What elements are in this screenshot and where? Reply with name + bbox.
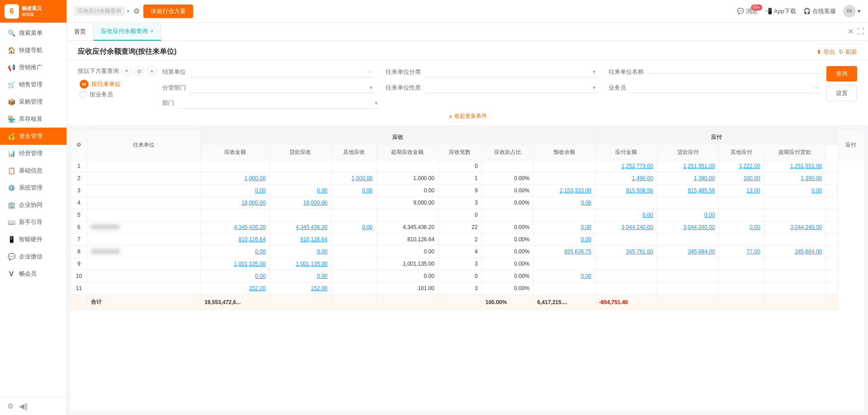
cell-recv-amt[interactable] (201, 160, 269, 172)
cell-other-recv[interactable] (331, 282, 377, 295)
cell-loan-recv[interactable]: 0.00 (269, 270, 331, 282)
dept-input[interactable]: ▾ (189, 82, 375, 93)
cell-prepaid[interactable] (533, 209, 595, 221)
settings-footer-icon[interactable]: ⚙ (7, 402, 14, 410)
refresh-button[interactable]: ↻ 刷新 (839, 48, 857, 56)
cell-overdue-pay[interactable] (764, 234, 826, 246)
cell-pay-amt[interactable] (595, 197, 657, 209)
cell-pay-amt[interactable]: 0.00 (595, 209, 657, 221)
mode-by-partner[interactable]: W 按往来单位 (80, 80, 157, 89)
cell-loan-recv[interactable]: 810,126.64 (269, 234, 331, 246)
collapse-sidebar-icon[interactable]: ◀‖ (19, 402, 28, 410)
cell-loan-recv[interactable] (269, 160, 331, 172)
sidebar-item-finance[interactable]: 💰 资金管理 (0, 128, 66, 145)
cell-recv-amt[interactable]: 0.00 (201, 185, 269, 197)
cell-pay-amt[interactable] (595, 270, 657, 282)
th-settings[interactable]: ⚙ (71, 130, 87, 160)
cell-pay-amt[interactable]: 1,490.00 (595, 172, 657, 185)
cell-other-recv[interactable] (331, 246, 377, 258)
cell-prepaid[interactable]: 0.00 (533, 234, 595, 246)
cell-overdue-pay[interactable]: 1,251,551.00 (764, 160, 826, 172)
cell-loan-pay[interactable]: 345,684.00 (657, 246, 719, 258)
sidebar-item-basic[interactable]: 📋 基础信息 (0, 162, 66, 179)
cell-other-recv[interactable]: 0.00 (331, 221, 377, 234)
cell-recv-amt[interactable]: 1,000.00 (201, 172, 269, 185)
cell-loan-recv[interactable]: 1,001,135.00 (269, 258, 331, 270)
sidebar-item-sales[interactable]: 🛒 销售管理 (0, 76, 66, 93)
cell-overdue-pay[interactable]: 345,684.00 (764, 246, 826, 258)
cell-loan-pay[interactable]: 1,390.00 (657, 172, 719, 185)
sidebar-item-inventory[interactable]: 🏪 库存核算 (0, 110, 66, 128)
cell-prepaid[interactable] (533, 282, 595, 295)
cell-other-recv[interactable] (331, 258, 377, 270)
cell-loan-recv[interactable]: 0.00 (269, 246, 331, 258)
filter-collapse-button[interactable]: « (147, 66, 157, 76)
filter-scheme-button[interactable]: ◎ (134, 66, 144, 76)
cell-overdue-pay[interactable]: 1,390.00 (764, 172, 826, 185)
cell-pay-amt[interactable] (595, 258, 657, 270)
online-service[interactable]: 🎧 在线客服 (803, 7, 836, 15)
partner-name-input[interactable] (647, 70, 821, 74)
cell-other-pay[interactable]: 100.00 (719, 172, 764, 185)
cell-pay-amt[interactable] (595, 282, 657, 295)
cell-pay-amt[interactable]: 915,508.56 (595, 185, 657, 197)
cell-overdue-pay[interactable] (764, 282, 826, 295)
cell-loan-recv[interactable] (269, 172, 331, 185)
cell-other-pay[interactable]: 77.00 (719, 246, 764, 258)
cell-overdue-pay[interactable] (764, 270, 826, 282)
cell-overdue-pay[interactable] (764, 209, 826, 221)
tab-close-all-button[interactable]: ✕ (848, 27, 854, 36)
cell-other-recv[interactable] (331, 234, 377, 246)
cell-pay-amt[interactable]: 345,761.00 (595, 246, 657, 258)
cell-pay-amt[interactable] (595, 234, 657, 246)
section-dept-input[interactable]: ▾ (178, 98, 380, 109)
cell-prepaid[interactable]: 655,636.75 (533, 246, 595, 258)
cell-other-pay[interactable] (719, 270, 764, 282)
sidebar-item-wechat[interactable]: 💬 企业微信 (0, 248, 66, 265)
sidebar-item-search[interactable]: 🔍 搜索菜单 (0, 24, 66, 42)
cell-prepaid[interactable]: 2,153,333.00 (533, 185, 595, 197)
cell-pay-amt[interactable]: 1,252,773.00 (595, 160, 657, 172)
sidebar-item-marketing[interactable]: 📢 营销推广 (0, 59, 66, 76)
cell-loan-recv[interactable] (269, 209, 331, 221)
cell-pay-amt[interactable]: 3,044,240.00 (595, 221, 657, 234)
cell-loan-recv[interactable]: 18,000.00 (269, 197, 331, 209)
cell-loan-recv[interactable]: 4,345,436.20 (269, 221, 331, 234)
cell-other-recv[interactable]: 0.00 (331, 185, 377, 197)
cell-other-pay[interactable]: 0.00 (719, 221, 764, 234)
cell-prepaid[interactable] (533, 172, 595, 185)
collapse-button[interactable]: ∧ 收起更多条件 (448, 112, 487, 120)
cell-overdue-pay[interactable]: 3,044,240.00 (764, 221, 826, 234)
cell-other-recv[interactable] (331, 160, 377, 172)
sidebar-item-member[interactable]: Ⅴ 畅会员 (0, 265, 66, 282)
sidebar-item-purchase[interactable]: 📦 采购管理 (0, 93, 66, 110)
gear-button[interactable]: ⚙ (133, 7, 140, 15)
cell-overdue-pay[interactable] (764, 258, 826, 270)
cell-prepaid[interactable]: 0.00 (533, 197, 595, 209)
cell-other-pay[interactable] (719, 197, 764, 209)
cell-other-pay[interactable]: 1,222.00 (719, 160, 764, 172)
cell-loan-pay[interactable] (657, 258, 719, 270)
cell-recv-amt[interactable]: 0.00 (201, 246, 269, 258)
setting-button[interactable]: 设置 (826, 85, 857, 101)
cell-other-pay[interactable] (719, 209, 764, 221)
cell-loan-pay[interactable]: 0.00 (657, 209, 719, 221)
cell-loan-pay[interactable]: 3,044,240.00 (657, 221, 719, 234)
partner-category-input[interactable]: ▾ (425, 67, 598, 77)
user-area[interactable]: Rit ▾ (843, 5, 861, 18)
cell-loan-pay[interactable] (657, 197, 719, 209)
mode-by-salesman[interactable]: 按业务员 (80, 91, 157, 99)
tab-close-icon[interactable]: × (151, 28, 154, 34)
partner-nature-input[interactable]: ▾ (425, 82, 598, 93)
cell-recv-amt[interactable]: 152.00 (201, 282, 269, 295)
sidebar-item-operation[interactable]: 📊 经营管理 (0, 145, 66, 162)
cell-loan-pay[interactable] (657, 234, 719, 246)
plan-button[interactable]: 体验行业方案 (143, 5, 193, 18)
cell-prepaid[interactable] (533, 160, 595, 172)
cell-prepaid[interactable]: 0.00 (533, 270, 595, 282)
cell-other-pay[interactable] (719, 258, 764, 270)
cell-loan-recv[interactable]: 0.00 (269, 185, 331, 197)
cell-loan-recv[interactable]: 152.00 (269, 282, 331, 295)
sidebar-item-quick[interactable]: 🏠 快捷导航 (0, 42, 66, 59)
cell-recv-amt[interactable] (201, 209, 269, 221)
